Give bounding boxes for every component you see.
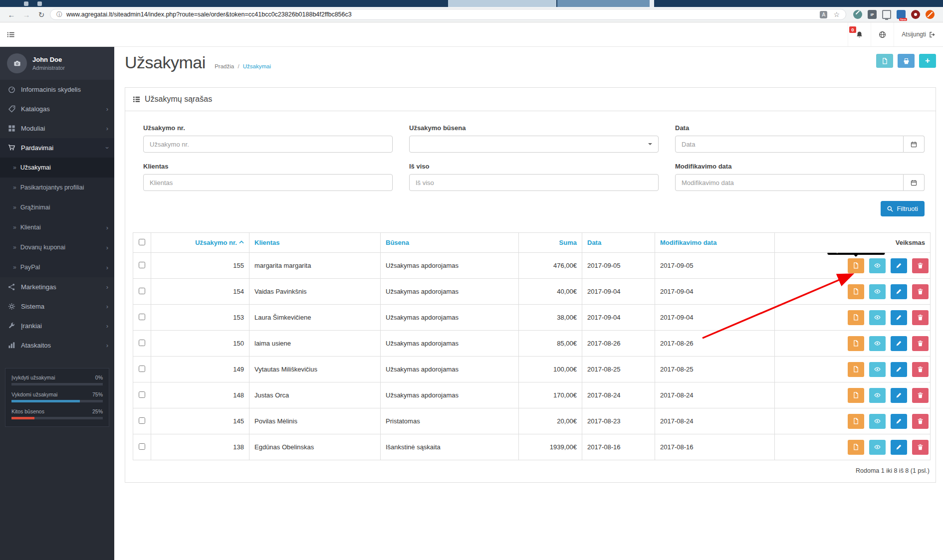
edit-order-button[interactable] [891,310,907,325]
browser-tab[interactable] [448,0,556,7]
delete-order-button[interactable] [912,284,929,299]
sidebar-item-orders[interactable]: Užsakymai [0,158,114,178]
date-calendar-button[interactable] [904,136,925,153]
browser-tab[interactable] [557,0,652,7]
view-order-button[interactable] [869,310,886,325]
view-order-button[interactable] [869,362,886,377]
order-nr-input[interactable] [143,136,393,153]
sidebar-item-recurring-profiles[interactable]: Pasikartojantys profiliai [0,178,114,197]
select-all-checkbox[interactable] [139,239,145,245]
edit-order-button[interactable] [891,388,907,403]
sidebar-item-reports[interactable]: Ataskaitos [0,336,114,355]
customer-input[interactable] [143,174,393,191]
invoice-pdf-button[interactable] [848,284,864,299]
back-button[interactable] [5,11,18,18]
sidebar-item-catalog[interactable]: Katalogas [0,99,114,119]
edit-order-button[interactable] [891,336,907,351]
delete-order-button[interactable] [912,258,929,273]
sidebar-item-returns[interactable]: Grąžinimai [0,197,114,217]
extension-icon-screenshot[interactable] [882,10,891,19]
store-front-button[interactable] [871,22,894,46]
order-status-select[interactable] [409,136,659,153]
row-checkbox[interactable] [139,366,145,372]
notifications-button[interactable]: 0 [848,22,871,46]
url-input[interactable]: www.agregatai.lt/siteadmin14/index.php?r… [50,9,846,20]
view-order-button[interactable] [869,336,886,351]
delete-order-button[interactable] [912,440,929,455]
sidebar-item-marketing[interactable]: Marketingas [0,277,114,297]
view-order-button[interactable] [869,258,886,273]
add-order-button[interactable] [919,54,936,68]
view-order-button[interactable] [869,284,886,299]
delete-order-button[interactable] [912,362,929,377]
customer-cell: Vaidas Pavinkšnis [249,279,381,305]
sidebar-item-sales[interactable]: Pardavimai [0,138,114,158]
delete-order-button[interactable] [912,414,929,429]
sidebar-item-paypal[interactable]: PayPal [0,257,114,277]
table-row: 149 Vytautas Miliškevičius Užsakymas apd… [133,357,931,382]
date-input[interactable] [675,136,904,153]
delete-order-button[interactable] [912,388,929,403]
sidebar-item-customers[interactable]: Klientai [0,217,114,237]
extension-icon-new[interactable] [897,10,906,19]
row-checkbox[interactable] [139,288,145,294]
bookmark-star-icon[interactable] [833,10,840,18]
reload-button[interactable] [35,11,48,18]
invoice-pdf-button[interactable] [848,336,864,351]
logout-button[interactable]: Atsijungti [894,22,943,46]
menu-toggle-icon[interactable] [7,31,14,38]
sidebar-item-gift-vouchers[interactable]: Dovanų kuponai [0,237,114,257]
sort-status-link[interactable]: Būsena [386,239,409,246]
invoice-pdf-button[interactable] [848,362,864,377]
sort-total-link[interactable]: Suma [559,239,577,246]
view-order-button[interactable] [869,388,886,403]
extension-icon-pipette[interactable] [853,10,862,19]
invoice-pdf-button[interactable] [848,440,864,455]
sort-order-nr-link[interactable]: Užsakymo nr. [195,239,244,246]
view-order-button[interactable] [869,414,886,429]
forward-button[interactable] [20,11,33,18]
extension-icon-blocker[interactable] [926,10,935,19]
translate-icon[interactable] [820,11,827,18]
edit-order-button[interactable] [891,414,907,429]
shipping-print-button[interactable] [898,54,915,68]
row-checkbox[interactable] [139,443,145,450]
invoice-pdf-button[interactable] [848,310,864,325]
mod-date-input[interactable] [675,174,904,191]
invoice-pdf-button[interactable] [848,388,864,403]
edit-order-button[interactable] [891,440,907,455]
extension-icon-ip[interactable] [868,10,877,19]
filter-button[interactable]: Filtruoti [881,201,925,216]
sidebar-item-tools[interactable]: Įrankiai [0,316,114,336]
invoice-pdf-button[interactable]: Sąskaita faktūra PDF [848,258,864,273]
row-checkbox[interactable] [139,314,145,320]
row-checkbox[interactable] [139,417,145,424]
sort-mod-date-link[interactable]: Modifikavimo data [660,239,716,246]
invoice-pdf-button[interactable] [848,414,864,429]
edit-order-button[interactable] [891,362,907,377]
browser-tab-favicon[interactable] [24,1,28,6]
breadcrumb-home[interactable]: Pradžia [215,63,234,69]
view-order-button[interactable] [869,440,886,455]
delete-order-button[interactable] [912,310,929,325]
invoice-print-button[interactable] [876,54,893,68]
row-checkbox[interactable] [139,391,145,398]
browser-tab[interactable] [650,0,654,7]
row-checkbox[interactable] [139,340,145,346]
browser-tab-favicon[interactable] [37,1,42,6]
site-info-icon[interactable] [56,10,62,19]
extension-icon-adblock[interactable] [911,10,920,19]
edit-order-button[interactable] [891,284,907,299]
delete-order-button[interactable] [912,336,929,351]
sidebar-item-dashboard[interactable]: Informacinis skydelis [0,80,114,99]
avatar [7,53,27,73]
mod-date-calendar-button[interactable] [904,174,925,191]
row-checkbox[interactable] [139,262,145,268]
sidebar-item-system[interactable]: Sistema [0,297,114,316]
total-input[interactable] [409,174,659,191]
sidebar-item-modules[interactable]: Moduliai [0,119,114,138]
edit-order-button[interactable] [891,258,907,273]
sort-customer-link[interactable]: Klientas [254,239,280,246]
sort-date-link[interactable]: Data [587,239,601,246]
breadcrumb-current[interactable]: Užsakymai [243,63,271,69]
